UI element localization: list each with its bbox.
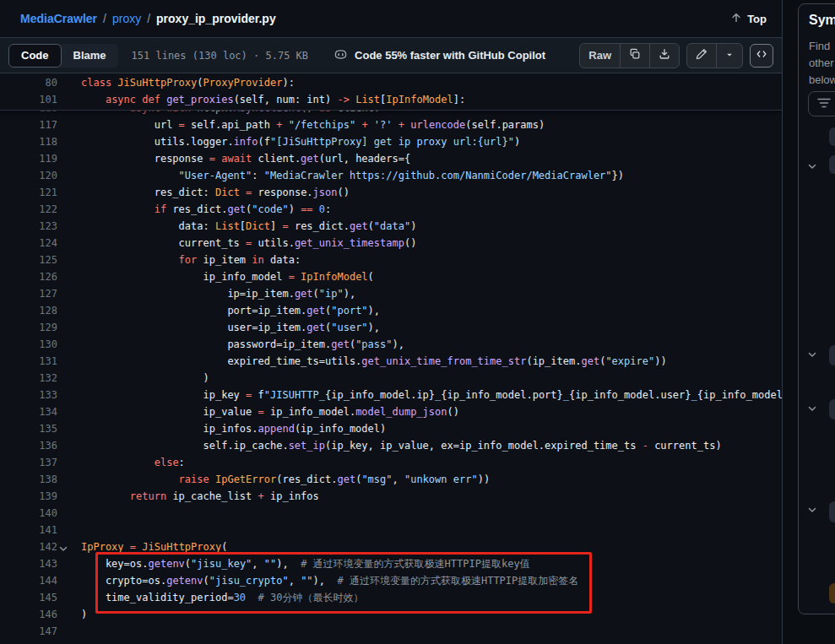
code-text: ip_key = f"JISUHTTP_{ip_info_model.ip}_{… [81, 387, 782, 403]
copy-button[interactable] [620, 44, 649, 68]
code-text: IpProxy = JiSuHttpProxy( [81, 538, 227, 555]
symbols-filter-button[interactable] [808, 91, 835, 116]
symbol-item-pill[interactable] [829, 345, 835, 365]
line-number[interactable]: 139 [0, 488, 57, 505]
code-line: 129 user=ip_item.get("user"), [0, 319, 782, 336]
download-button[interactable] [649, 44, 679, 68]
code-line: 144 crypto=os.getenv("jisu_crypto", ""),… [0, 572, 782, 589]
symbol-item-pill[interactable] [829, 583, 835, 603]
chevron-down-icon [725, 49, 734, 62]
line-number[interactable]: 128 [0, 302, 57, 319]
code-viewer: 116 async with httpx.AsyncClient() as cl… [0, 73, 782, 643]
code-line: 123 data: List[Dict] = res_dict.get("dat… [0, 218, 782, 235]
symbol-item-pill[interactable] [829, 155, 835, 174]
code-text: expired_time_ts=utils.get_unix_time_from… [81, 353, 667, 370]
symbols-toggle-button[interactable] [750, 44, 773, 68]
symbols-desc-line: below [809, 72, 835, 89]
symbols-panel-title: Sym [809, 13, 835, 28]
line-number[interactable]: 118 [0, 133, 57, 150]
chevron-down-icon[interactable] [807, 160, 817, 170]
line-number[interactable]: 129 [0, 319, 57, 336]
pencil-icon [696, 48, 708, 62]
line-number[interactable]: 125 [0, 252, 57, 268]
chevron-down-icon[interactable] [807, 402, 817, 412]
code-text: crypto=os.getenv("jisu_crypto", ""), # 通… [81, 572, 578, 589]
line-number[interactable]: 147 [0, 623, 57, 640]
code-text: async def get_proxies(self, num: int) ->… [81, 91, 465, 108]
code-text: utils.logger.info(f"[JiSuHttpProxy] get … [81, 133, 520, 150]
symbol-item-pill[interactable] [829, 501, 835, 522]
line-number[interactable]: 124 [0, 235, 57, 252]
code-text: return ip_cache_list + ip_infos [81, 488, 319, 505]
line-number[interactable]: 126 [0, 268, 57, 285]
tab-code[interactable]: Code [8, 44, 62, 68]
line-number[interactable]: 101 [0, 91, 57, 108]
line-number[interactable]: 133 [0, 387, 57, 403]
line-number[interactable]: 134 [0, 403, 57, 420]
breadcrumb-dir-link[interactable]: proxy [112, 12, 141, 25]
back-to-top-button[interactable]: Top [730, 12, 767, 26]
line-number[interactable]: 123 [0, 218, 57, 235]
code-text: ip=ip_item.get("ip"), [81, 285, 355, 302]
code-text: url = self.api_path + "/fetchips" + '?' … [81, 116, 545, 133]
chevron-down-icon[interactable] [807, 503, 817, 513]
line-number[interactable]: 132 [0, 370, 57, 387]
edit-dropdown-button[interactable] [716, 44, 742, 68]
line-number[interactable]: 119 [0, 150, 57, 167]
code-brackets-icon [756, 48, 767, 63]
code-text: res_dict: Dict = response.json() [81, 184, 350, 201]
download-icon [659, 48, 670, 62]
code-line: 134 ip_value = ip_info_model.model_dump_… [0, 403, 782, 420]
code-lines: 116 async with httpx.AsyncClient() as cl… [0, 73, 782, 640]
line-number[interactable]: 131 [0, 353, 57, 370]
line-number[interactable]: 121 [0, 184, 57, 201]
code-line: 133 ip_key = f"JISUHTTP_{ip_info_model.i… [0, 387, 782, 403]
code-line: 118 utils.logger.info(f"[JiSuHttpProxy] … [0, 133, 782, 150]
breadcrumb-repo-link[interactable]: MediaCrawler [20, 12, 97, 25]
line-number[interactable]: 143 [0, 555, 57, 572]
line-number[interactable]: 80 [0, 74, 57, 91]
line-number[interactable]: 142 [0, 538, 57, 555]
symbol-item-pill[interactable] [829, 399, 835, 419]
tab-blame[interactable]: Blame [62, 44, 118, 68]
symbols-desc-line: Find [809, 38, 835, 55]
edit-button[interactable] [687, 44, 716, 68]
line-number[interactable]: 138 [0, 471, 57, 488]
toolbar-actions: Raw [579, 43, 773, 68]
code-text: self.ip_cache.set_ip(ip_key, ip_value, e… [81, 437, 722, 454]
code-line: 136 self.ip_cache.set_ip(ip_key, ip_valu… [0, 437, 782, 454]
symbol-item-pill[interactable] [829, 127, 835, 146]
line-number[interactable]: 127 [0, 285, 57, 302]
code-text: class JiSuHttpProxy(ProxyProvider): [81, 74, 295, 91]
raw-button[interactable]: Raw [580, 44, 620, 68]
code-line: 119 response = await client.get(url, hea… [0, 150, 782, 167]
breadcrumb: MediaCrawler / proxy / proxy_ip_provider… [0, 0, 782, 37]
code-line: 130 password=ip_item.get("pass"), [0, 336, 782, 353]
code-text: time_validity_period=30 # 30分钟（最长时效） [81, 589, 363, 606]
edit-button-group [686, 43, 743, 68]
code-line: 137 else: [0, 454, 782, 471]
line-number[interactable]: 122 [0, 201, 57, 218]
symbols-panel: Sym Find other below [798, 3, 835, 614]
code-line: 124 current_ts = utils.get_unix_timestam… [0, 235, 782, 252]
line-number[interactable]: 141 [0, 522, 57, 538]
line-number[interactable]: 136 [0, 437, 57, 454]
code-line: 143 key=os.getenv("jisu_key", ""), # 通过环… [0, 555, 782, 572]
line-number[interactable]: 130 [0, 336, 57, 353]
line-number[interactable]: 145 [0, 589, 57, 606]
code-text: port=ip_item.get("port"), [81, 302, 380, 319]
line-number[interactable]: 135 [0, 420, 57, 437]
line-number[interactable]: 120 [0, 167, 57, 184]
code-line: 131 expired_time_ts=utils.get_unix_time_… [0, 353, 782, 370]
line-number[interactable]: 140 [0, 505, 57, 522]
github-code-view: { "breadcrumb": { "repo": "MediaCrawler"… [0, 0, 835, 644]
line-number[interactable]: 137 [0, 454, 57, 471]
line-number[interactable]: 117 [0, 116, 57, 133]
chevron-down-icon[interactable] [807, 348, 817, 358]
copilot-icon [333, 47, 348, 64]
fold-chevron-icon[interactable] [58, 542, 68, 552]
line-number[interactable]: 144 [0, 572, 57, 589]
copilot-banner: Code 55% faster with GitHub Copilot [333, 47, 545, 64]
line-number[interactable]: 146 [0, 606, 57, 623]
breadcrumb-separator: / [103, 12, 106, 25]
